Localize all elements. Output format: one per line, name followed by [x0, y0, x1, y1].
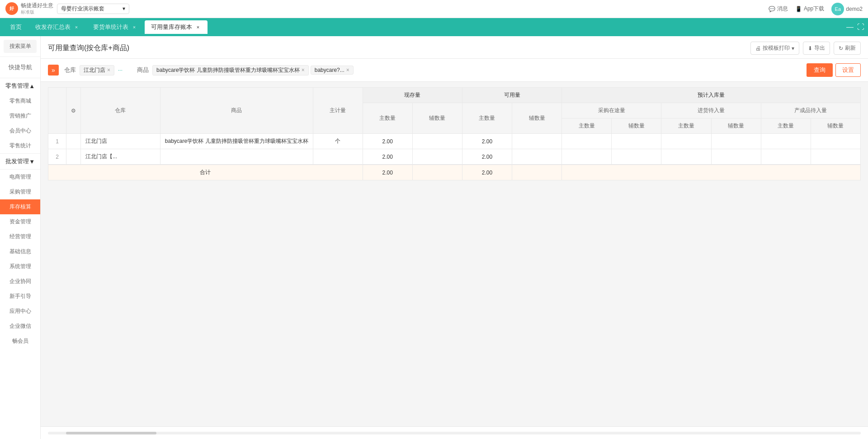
th-purchase-main: 主数量	[562, 118, 612, 134]
app-download-label: App下载	[804, 5, 824, 13]
tab-requisition[interactable]: 要货单统计表 ×	[87, 20, 144, 34]
tab-bar-actions: — ⛶	[846, 23, 864, 31]
product-tag-1: babycare?... ×	[311, 66, 354, 75]
search-menu-btn[interactable]: 搜索菜单	[4, 40, 37, 53]
tab-receipts-close[interactable]: ×	[73, 24, 80, 30]
warehouse-filter-label: 仓库	[64, 66, 76, 74]
template-print-label: 按模板打印	[763, 44, 790, 52]
sidebar-retail-header[interactable]: 零售管理 ▲	[0, 78, 40, 94]
sidebar-item-inventory[interactable]: 库存核算	[0, 199, 40, 214]
th-current-main: 主数量	[363, 103, 412, 134]
sidebar-item-enterprise[interactable]: 企业协同	[0, 274, 40, 289]
logo-area: 好 畅捷通好生意 标准版	[5, 2, 53, 15]
tab-home[interactable]: 首页	[4, 20, 28, 34]
sidebar-item-ecommerce[interactable]: 电商管理	[0, 170, 40, 184]
product-filter-label: 商品	[137, 66, 149, 74]
tab-requisition-close[interactable]: ×	[131, 24, 137, 30]
page-header: 可用量查询(按仓库+商品) 🖨 按模板打印 ▾ ⬇ 导出 ↻ 刷新	[41, 36, 868, 59]
warehouse-tag-close[interactable]: ×	[107, 67, 110, 73]
th-plan-in: 预计入库量	[562, 88, 861, 103]
filter-settings-btn[interactable]: 设置	[835, 63, 861, 77]
tab-available[interactable]: 可用量库存账本 ×	[145, 20, 208, 34]
warehouse-tags: 江北门店 × ···	[80, 65, 124, 76]
sidebar-section-retail: 零售管理 ▲ 零售商城 营销推广 会员中心 零售统计	[0, 78, 40, 154]
sidebar-item-basic[interactable]: 基础信息	[0, 244, 40, 259]
message-btn[interactable]: 💬 消息	[769, 5, 788, 13]
logo-text-block: 畅捷通好生意 标准版	[21, 2, 53, 15]
warehouse-more-btn[interactable]: ···	[116, 67, 124, 73]
scrollbar-thumb[interactable]	[66, 432, 156, 434]
app-download-btn[interactable]: 📱 App下载	[795, 5, 824, 13]
table-container[interactable]: ⚙ 仓库 商品 主计量 现存量 可用量 预计入库量 主数量 辅数量 主数量 辅数…	[41, 82, 868, 426]
tab-requisition-label: 要货单统计表	[93, 23, 128, 31]
product-tags: babycare学饮杯 儿童防摔防撞吸管杯重力球吸嘴杯宝宝水杯 × babyca…	[152, 65, 354, 76]
sidebar-item-member[interactable]: 畅会员	[0, 334, 40, 349]
sidebar-item-finance[interactable]: 资金管理	[0, 214, 40, 229]
filter-area: » 仓库 江北门店 × ··· 商品 babycare学饮杯 儿童防摔防撞吸管杯…	[41, 59, 868, 82]
cell-pur-main-1	[562, 149, 612, 165]
sidebar-item-quicknav[interactable]: 快捷导航	[0, 60, 40, 75]
cell-unit-1	[313, 149, 363, 165]
refresh-label: 刷新	[845, 44, 856, 52]
sidebar-item-appcenter[interactable]: 应用中心	[0, 304, 40, 319]
footer-avail-aux	[512, 165, 562, 180]
th-current-aux: 辅数量	[412, 103, 462, 134]
th-product: 商品	[160, 88, 313, 134]
user-name: demo2	[846, 6, 863, 12]
tab-bar: 首页 收发存汇总表 × 要货单统计表 × 可用量库存账本 × — ⛶	[0, 18, 868, 36]
message-label: 消息	[777, 5, 788, 13]
tab-available-close[interactable]: ×	[195, 24, 201, 30]
sidebar-item-newguide[interactable]: 新手引导	[0, 289, 40, 304]
user-area[interactable]: Ea demo2	[831, 3, 863, 15]
tab-receipts[interactable]: 收发存汇总表 ×	[29, 20, 86, 34]
th-incoming-aux: 辅数量	[711, 118, 761, 134]
refresh-btn[interactable]: ↻ 刷新	[834, 42, 861, 55]
table-settings-icon[interactable]: ⚙	[71, 108, 76, 114]
product-tag-0: babycare学饮杯 儿童防摔防撞吸管杯重力球吸嘴杯宝宝水杯 ×	[152, 65, 309, 76]
sidebar-wholesale-label: 批发管理	[5, 157, 29, 165]
tab-home-label: 首页	[10, 23, 22, 31]
cell-pur-aux-0	[612, 134, 661, 149]
template-print-btn[interactable]: 🖨 按模板打印 ▾	[750, 42, 799, 55]
footer-curr-main: 2.00	[363, 165, 412, 180]
sidebar-item-marketing[interactable]: 营销推广	[0, 109, 40, 123]
tab-minimize-btn[interactable]: —	[846, 23, 854, 31]
cell-prod-main-1	[761, 149, 811, 165]
tab-available-label: 可用量库存账本	[151, 23, 192, 31]
refresh-icon: ↻	[839, 45, 843, 52]
sidebar-item-retailshop[interactable]: 零售商城	[0, 94, 40, 109]
sidebar-item-operation[interactable]: 经营管理	[0, 229, 40, 244]
cell-warehouse-1: 江北门店【...	[81, 149, 160, 165]
cell-avail-aux-0	[512, 134, 562, 149]
cell-unit-0: 个	[313, 134, 363, 149]
sidebar-item-retailstats[interactable]: 零售统计	[0, 138, 40, 153]
footer-empty	[562, 165, 861, 180]
query-btn[interactable]: 查询	[807, 63, 833, 77]
tab-receipts-label: 收发存汇总表	[35, 23, 71, 31]
sidebar-item-system[interactable]: 系统管理	[0, 259, 40, 274]
th-production: 产成品待入量	[761, 103, 860, 118]
sidebar-wholesale-header[interactable]: 批发管理 ▼	[0, 154, 40, 169]
logo-name: 畅捷通好生意	[21, 2, 53, 9]
horizontal-scrollbar[interactable]	[48, 432, 861, 434]
th-incoming: 进货待入量	[661, 103, 761, 118]
cell-inc-main-1	[661, 149, 711, 165]
data-table: ⚙ 仓库 商品 主计量 现存量 可用量 预计入库量 主数量 辅数量 主数量 辅数…	[48, 87, 861, 180]
sidebar-item-purchase[interactable]: 采购管理	[0, 184, 40, 199]
page-title: 可用量查询(按仓库+商品)	[48, 43, 129, 53]
tab-maximize-btn[interactable]: ⛶	[857, 23, 864, 31]
org-selector-label: 母婴行业演示账套	[61, 5, 104, 13]
export-btn[interactable]: ⬇ 导出	[803, 42, 830, 55]
product-tag-1-close[interactable]: ×	[346, 67, 349, 73]
product-tag-0-close[interactable]: ×	[302, 67, 305, 73]
export-icon: ⬇	[808, 45, 812, 52]
expand-btn[interactable]: »	[48, 65, 59, 76]
sidebar-item-members[interactable]: 会员中心	[0, 123, 40, 138]
org-selector[interactable]: 母婴行业演示账套 ▾	[57, 4, 129, 14]
cell-avail-aux-1	[512, 149, 562, 165]
th-settings[interactable]: ⚙	[66, 88, 81, 134]
chevron-icon-2: ▼	[29, 158, 35, 165]
cell-pur-main-0	[562, 134, 612, 149]
cell-product-0: babycare学饮杯 儿童防摔防撞吸管杯重力球吸嘴杯宝宝水杯	[160, 134, 313, 149]
sidebar-item-corpwx[interactable]: 企业微信	[0, 319, 40, 334]
